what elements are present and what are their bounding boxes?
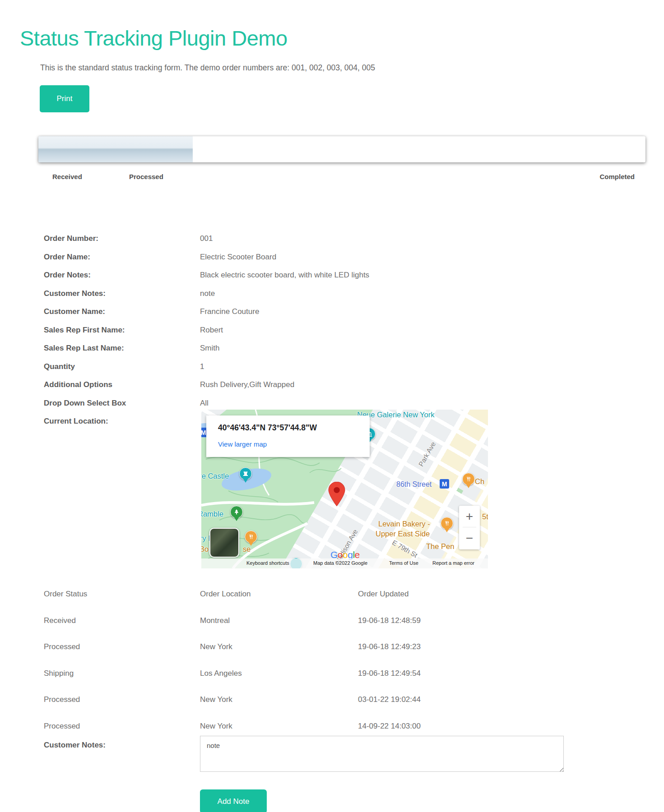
page: Status Tracking Plugin Demo This is the … bbox=[0, 0, 664, 812]
history-updated: 19-06-18 12:48:59 bbox=[358, 616, 421, 625]
page-subtitle: This is the standard status tracking for… bbox=[40, 63, 375, 73]
page-title: Status Tracking Plugin Demo bbox=[20, 26, 288, 51]
detail-label: Order Name: bbox=[44, 253, 90, 262]
detail-row: Sales Rep Last Name: Smith bbox=[0, 344, 664, 355]
detail-label: Customer Notes: bbox=[44, 289, 106, 298]
map-label-86th-street[interactable]: 86th Street bbox=[396, 480, 432, 489]
map-label-the-penrose[interactable]: The Pen bbox=[426, 542, 454, 551]
detail-label: Drop Down Select Box bbox=[44, 399, 126, 408]
detail-value: 1 bbox=[200, 362, 204, 371]
detail-label: Order Notes: bbox=[44, 271, 91, 280]
detail-value: All bbox=[200, 399, 209, 408]
detail-value: Smith bbox=[200, 344, 219, 353]
map-label-levain-line1[interactable]: Levain Bakery - bbox=[378, 520, 430, 528]
detail-label: Sales Rep Last Name: bbox=[44, 344, 124, 353]
stage-label-completed: Completed bbox=[599, 173, 635, 180]
zoom-in-button[interactable]: + bbox=[459, 506, 480, 527]
history-status: Processed bbox=[44, 722, 80, 731]
history-row: Processed New York 03-01-22 19:02:44 bbox=[0, 695, 664, 706]
progress-bar bbox=[38, 136, 645, 162]
detail-label: Customer Name: bbox=[44, 307, 105, 316]
map-attribution-bar: Keyboard shortcuts Map data ©2022 Google… bbox=[201, 558, 488, 568]
history-row: Processed New York 14-09-22 14:03:00 bbox=[0, 722, 664, 733]
keyboard-shortcuts-link[interactable]: Keyboard shortcuts bbox=[246, 560, 289, 566]
history-updated: 14-09-22 14:03:00 bbox=[358, 722, 421, 731]
history-row: Shipping Los Angeles 19-06-18 12:49:54 bbox=[0, 669, 664, 680]
detail-value: Robert bbox=[200, 326, 223, 335]
detail-label: Additional Options bbox=[44, 380, 112, 389]
detail-row: Sales Rep First Name: Robert bbox=[0, 326, 664, 337]
detail-row: Order Name: Electric Scooter Board bbox=[0, 253, 664, 263]
zoom-out-button[interactable]: − bbox=[459, 527, 480, 549]
terms-of-use-link[interactable]: Terms of Use bbox=[389, 560, 418, 566]
restaurant-pin-icon[interactable] bbox=[245, 531, 257, 543]
history-location: New York bbox=[200, 695, 232, 704]
detail-row: Customer Name: Francine Couture bbox=[0, 307, 664, 318]
detail-row: Quantity 1 bbox=[0, 362, 664, 373]
google-map[interactable]: M M Neue Galerie New York ere Castle Ram… bbox=[201, 410, 488, 568]
detail-row: Customer Notes: note bbox=[0, 289, 664, 300]
view-larger-map-link[interactable]: View larger map bbox=[218, 440, 267, 448]
stage-label-processed: Processed bbox=[129, 173, 163, 180]
map-label-boathouse-left[interactable]: Bo bbox=[201, 545, 209, 554]
detail-row: Drop Down Select Box All bbox=[0, 399, 664, 410]
history-updated: 03-01-22 19:02:44 bbox=[358, 695, 421, 704]
detail-row: Order Number: 001 bbox=[0, 234, 664, 245]
map-label-ramble[interactable]: Ramble bbox=[201, 510, 223, 518]
history-status: Processed bbox=[44, 642, 80, 651]
history-row: Received Montreal 19-06-18 12:48:59 bbox=[0, 616, 664, 627]
map-label-levain-line2[interactable]: Upper East Side bbox=[376, 530, 430, 538]
customer-notes-input[interactable]: note bbox=[200, 736, 564, 772]
detail-label-current-location: Current Location: bbox=[44, 417, 108, 426]
history-row: Processed New York 19-06-18 12:49:23 bbox=[0, 642, 664, 653]
history-header-status: Order Status bbox=[44, 590, 87, 599]
history-updated: 19-06-18 12:49:23 bbox=[358, 642, 421, 651]
customer-notes-label: Customer Notes: bbox=[44, 741, 106, 750]
progress-bar-fill bbox=[38, 136, 193, 162]
detail-value: note bbox=[200, 289, 215, 298]
history-location: New York bbox=[200, 642, 232, 651]
detail-value: Rush Delivery,Gift Wrapped bbox=[200, 380, 294, 389]
restaurant-pin-icon[interactable] bbox=[441, 517, 453, 530]
detail-value: Electric Scooter Board bbox=[200, 253, 276, 262]
location-marker-icon[interactable] bbox=[328, 482, 345, 506]
history-status: Received bbox=[44, 616, 76, 625]
castle-pin-icon[interactable] bbox=[239, 467, 252, 480]
detail-value: Black electric scooter board, with white… bbox=[200, 271, 369, 280]
history-header-row: Order Status Order Location Order Update… bbox=[0, 590, 664, 600]
print-button[interactable]: Print bbox=[40, 85, 89, 112]
detail-value: 001 bbox=[200, 234, 213, 243]
map-zoom-control: + − bbox=[459, 506, 480, 549]
detail-value: Francine Couture bbox=[200, 307, 259, 316]
history-location: New York bbox=[200, 722, 232, 731]
history-header-location: Order Location bbox=[200, 590, 251, 599]
detail-row: Additional Options Rush Delivery,Gift Wr… bbox=[0, 380, 664, 391]
subway-station-icon[interactable]: M bbox=[440, 479, 449, 489]
history-updated: 19-06-18 12:49:54 bbox=[358, 669, 421, 678]
map-coordinates: 40°46'43.4"N 73°57'44.8"W bbox=[218, 423, 317, 433]
map-label-ch-fragment[interactable]: Ch bbox=[475, 477, 484, 486]
map-label-boathouse-right[interactable]: se bbox=[243, 545, 251, 554]
satellite-view-thumbnail[interactable] bbox=[209, 528, 239, 558]
history-location: Los Angeles bbox=[200, 669, 242, 678]
report-map-error-link[interactable]: Report a map error bbox=[432, 560, 474, 566]
map-label-belvedere-castle[interactable]: ere Castle bbox=[201, 472, 229, 480]
restaurant-pin-icon[interactable] bbox=[462, 473, 475, 485]
detail-label: Sales Rep First Name: bbox=[44, 326, 125, 335]
history-header-updated: Order Updated bbox=[358, 590, 409, 599]
tree-pin-icon[interactable] bbox=[230, 506, 243, 518]
stage-label-received: Received bbox=[52, 173, 82, 180]
history-location: Montreal bbox=[200, 616, 230, 625]
map-data-copyright: Map data ©2022 Google bbox=[313, 560, 367, 566]
map-info-card: 40°46'43.4"N 73°57'44.8"W View larger ma… bbox=[206, 415, 370, 457]
map-label-5t-fragment[interactable]: 5t bbox=[482, 512, 488, 521]
add-note-button[interactable]: Add Note bbox=[200, 789, 267, 812]
detail-label: Quantity bbox=[44, 362, 75, 371]
detail-row: Order Notes: Black electric scooter boar… bbox=[0, 271, 664, 281]
detail-label: Order Number: bbox=[44, 234, 98, 243]
history-status: Shipping bbox=[44, 669, 74, 678]
history-status: Processed bbox=[44, 695, 80, 704]
